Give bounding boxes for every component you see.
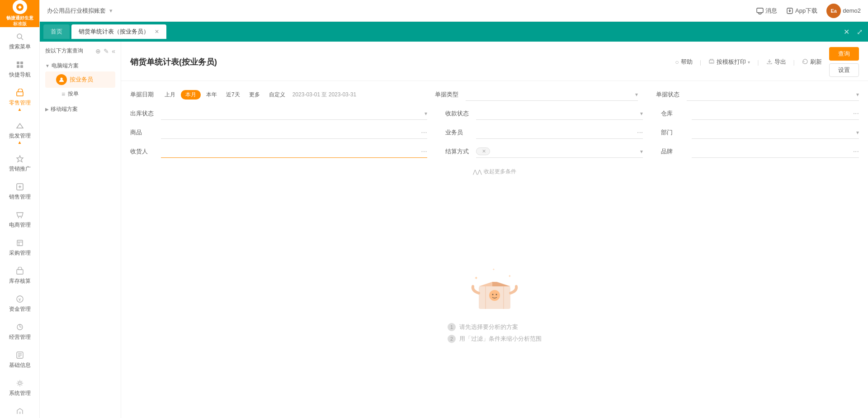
scheme-desktop-header[interactable]: ▼ 电脑端方案 (45, 60, 115, 71)
svg-text:✦: ✦ (508, 274, 511, 278)
svg-point-12 (18, 217, 19, 218)
operations-icon (15, 322, 25, 332)
sidebar-item-retail[interactable]: 零售管理 ▲ (0, 83, 40, 116)
date-tab-more[interactable]: 更多 (245, 90, 264, 100)
collapse-btn[interactable]: ⋀⋀ 收起更多条件 (130, 164, 859, 179)
scheme-by-order-label: 按单 (68, 90, 79, 98)
goods-label: 商品 (130, 128, 157, 137)
quick-nav-icon (15, 60, 25, 70)
svg-text:✦: ✦ (474, 276, 478, 280)
scheme-desktop-arrow: ▼ (45, 63, 50, 68)
tab-close-all-btn[interactable]: ✕ (842, 27, 851, 37)
doc-type-control[interactable]: ▾ (466, 88, 638, 101)
left-panel-header: 按以下方案查询 ⊕ ✎ « (40, 47, 121, 58)
app-logo: 畅捷通好生意 标准版 (0, 0, 40, 27)
message-btn[interactable]: 消息 (756, 7, 777, 15)
help-btn[interactable]: ○ 帮助 (675, 58, 692, 66)
scheme-salesperson[interactable]: 按业务员 (45, 71, 115, 88)
template-print-arrow[interactable]: ▾ (748, 60, 750, 65)
receiver-control[interactable]: ··· (161, 145, 427, 158)
tab-report-close[interactable]: ✕ (155, 28, 159, 35)
header-right: 消息 App下载 Ea demo2 (756, 4, 861, 18)
warehouse-control[interactable]: ··· (692, 107, 859, 120)
page-actions: ○ 帮助 | 按模板打印 ▾ | (675, 47, 859, 77)
header-subtitle: 办公用品行业模拟账套 (47, 7, 106, 15)
export-btn[interactable]: 导出 (766, 58, 786, 66)
salesperson-control[interactable]: ··· (476, 126, 643, 139)
sidebar-item-sales[interactable]: 销售管理 (0, 177, 40, 205)
help-label: 帮助 (681, 58, 693, 66)
query-btn[interactable]: 查询 (829, 47, 859, 61)
sidebar-item-wholesale[interactable]: 批发管理 ▲ (0, 116, 40, 149)
tab-report[interactable]: 销货单统计表（按业务员） ✕ (71, 24, 166, 39)
department-label: 部门 (661, 128, 688, 137)
svg-rect-5 (17, 65, 19, 68)
settings-btn[interactable]: 设置 (829, 63, 859, 77)
settlement-arrow-icon: ▾ (640, 148, 643, 155)
brand-control[interactable]: ··· (692, 145, 859, 158)
sidebar-item-basic-info-label: 基础信息 (9, 361, 31, 369)
doc-status-control[interactable]: ▾ (687, 88, 859, 101)
empty-icon: ✦ ✦ ✦ (467, 261, 522, 316)
left-panel: 按以下方案查询 ⊕ ✎ « ▼ 电脑端方案 按业务员 (40, 42, 121, 418)
app-download-btn[interactable]: App下载 (786, 7, 817, 15)
sidebar-item-quick-nav[interactable]: 快捷导航 (0, 55, 40, 83)
sidebar-item-finance[interactable]: ¥ 资金管理 (0, 290, 40, 318)
sidebar-item-inventory[interactable]: 库存核算 (0, 261, 40, 290)
top-header: 办公用品行业模拟账套 ▾ 消息 App下载 Ea demo2 (40, 0, 868, 22)
divider1: | (700, 59, 701, 66)
empty-hint-1: 1 请先选择要分析的方案 (448, 323, 542, 331)
export-icon (766, 58, 773, 66)
tab-bar: 首页 销货单统计表（按业务员） ✕ ✕ ⤢ (40, 22, 868, 42)
sidebar-item-search[interactable]: 搜索菜单 (0, 27, 40, 55)
settlement-control[interactable]: ✕ ▾ (476, 145, 643, 158)
tab-maximize-btn[interactable]: ⤢ (855, 27, 864, 37)
tab-home[interactable]: 首页 (43, 24, 70, 39)
left-panel-title: 按以下方案查询 (45, 47, 83, 55)
sidebar-item-system[interactable]: 系统管理 (0, 374, 40, 402)
logo-icon (13, 0, 27, 14)
doc-type-arrow-icon: ▾ (635, 91, 638, 98)
finance-icon: ¥ (15, 294, 25, 304)
sidebar-item-marketing[interactable]: 营销推广 (0, 149, 40, 177)
header-dropdown-icon[interactable]: ▾ (109, 7, 113, 14)
goods-control[interactable]: ··· (161, 126, 427, 139)
user-profile[interactable]: Ea demo2 (826, 4, 861, 18)
empty-hint-2: 2 用「过滤」条件来缩小分析范围 (448, 335, 542, 343)
sidebar-item-enterprise[interactable]: 企业协同 (0, 402, 40, 418)
date-tab-custom[interactable]: 自定义 (265, 90, 289, 100)
date-tab-last-month[interactable]: 上月 (161, 90, 179, 100)
payment-status-control[interactable]: ▾ (476, 107, 643, 120)
help-icon: ○ (675, 58, 679, 66)
sidebar-item-ecommerce[interactable]: 电商管理 (0, 205, 40, 233)
filter-payment-status: 收款状态 ▾ (445, 107, 643, 120)
doc-type-label: 单据类型 (435, 90, 462, 99)
collapse-left-btn[interactable]: « (112, 48, 115, 55)
filter-receiver: 收货人 ··· (130, 145, 427, 158)
ship-status-control[interactable]: ▾ (161, 107, 427, 120)
user-name: demo2 (843, 7, 861, 14)
logo-text: 畅捷通好生意 (6, 15, 33, 21)
edit-scheme-btn[interactable]: ✎ (104, 48, 109, 55)
svg-rect-41 (710, 62, 713, 63)
department-control[interactable]: ▾ (692, 126, 859, 139)
svg-point-46 (492, 294, 494, 295)
scheme-mobile-header[interactable]: ▶ 移动端方案 (45, 104, 115, 115)
sidebar-item-operations[interactable]: 经营管理 (0, 318, 40, 346)
refresh-btn[interactable]: 刷新 (802, 58, 822, 66)
sales-icon (15, 182, 25, 192)
scheme-salesperson-label: 按业务员 (70, 76, 93, 84)
sidebar-item-operations-label: 经营管理 (9, 333, 31, 341)
svg-point-47 (496, 294, 497, 295)
scheme-by-order[interactable]: ≡ 按单 (45, 88, 115, 100)
date-tab-this-year[interactable]: 本年 (203, 90, 221, 100)
date-tab-7days[interactable]: 近7天 (222, 90, 244, 100)
filter-row-4: 收货人 ··· 结算方式 ✕ (130, 145, 859, 158)
sidebar-item-purchase[interactable]: 采购管理 (0, 233, 40, 261)
filter-row-3: 商品 ··· 业务员 ··· (130, 126, 859, 139)
settlement-tag-close[interactable]: ✕ (482, 148, 486, 154)
date-tab-this-month[interactable]: 本月 (181, 90, 201, 100)
add-scheme-btn[interactable]: ⊕ (95, 48, 101, 55)
sidebar-item-basic-info[interactable]: 基础信息 (0, 346, 40, 374)
template-print-btn[interactable]: 按模板打印 ▾ (708, 58, 750, 66)
